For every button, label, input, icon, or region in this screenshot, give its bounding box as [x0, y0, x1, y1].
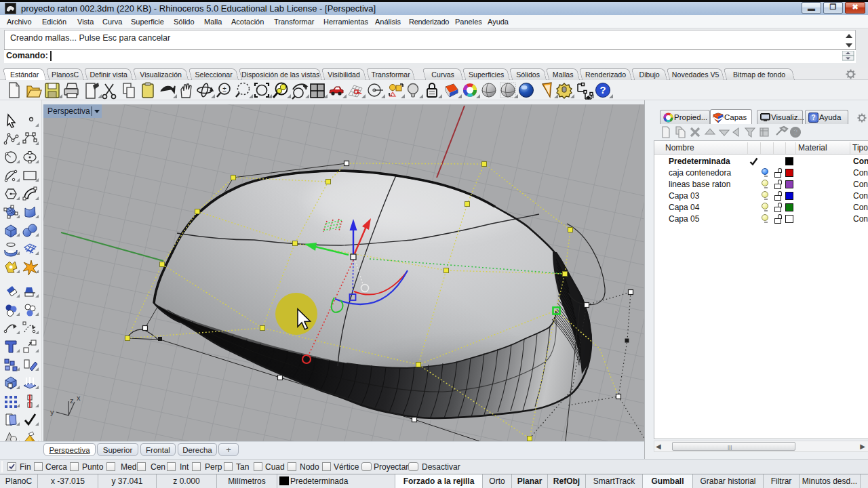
svg-text:z: z — [70, 396, 74, 405]
svg-text:Perspectiva: Perspectiva — [47, 106, 90, 116]
svg-text:x: x — [77, 394, 81, 402]
svg-text:?: ? — [793, 128, 798, 136]
svg-text:?: ? — [811, 114, 815, 121]
svg-text:±: ± — [222, 85, 226, 93]
svg-text:?: ? — [599, 84, 606, 96]
svg-text:y: y — [50, 408, 54, 416]
